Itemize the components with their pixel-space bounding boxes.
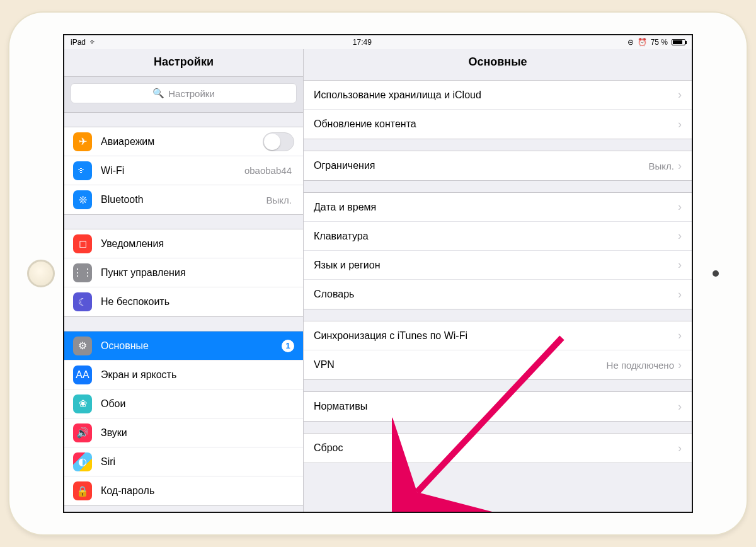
detail-row-label: Сброс bbox=[314, 442, 343, 454]
sidebar-item-bluetooth[interactable]: ❊BluetoothВыкл. bbox=[64, 185, 303, 214]
sidebar-item-value: Выкл. bbox=[266, 195, 292, 205]
sidebar-item-label: Не беспокоить bbox=[101, 296, 294, 308]
airplane-icon: ✈ bbox=[73, 132, 92, 151]
search-placeholder: Настройки bbox=[168, 88, 215, 99]
status-bar: iPad ᯤ 17:49 ⊝ ⏰ 75 % bbox=[64, 35, 692, 49]
battery-pct: 75 % bbox=[651, 38, 668, 47]
sidebar-item-siri[interactable]: ◐Siri bbox=[64, 447, 303, 476]
sidebar-item-label: Пункт управления bbox=[101, 267, 294, 279]
detail-row[interactable]: Использование хранилища и iCloud› bbox=[304, 81, 692, 110]
detail-row-label: Клавиатура bbox=[314, 231, 369, 242]
chevron-right-icon: › bbox=[678, 329, 682, 342]
detail-row-label: Язык и регион bbox=[314, 260, 381, 271]
detail-row-label: Ограничения bbox=[314, 160, 375, 171]
detail-row[interactable]: Сброс› bbox=[304, 434, 692, 463]
control-center-icon: ⋮⋮ bbox=[73, 263, 92, 282]
general-icon: ⚙ bbox=[73, 337, 92, 355]
sidebar-item-general[interactable]: ⚙Основные1 bbox=[64, 331, 303, 360]
sidebar-item-label: Экран и яркость bbox=[101, 369, 294, 381]
status-time: 17:49 bbox=[353, 38, 372, 47]
sidebar-item-notifications[interactable]: ◻Уведомления bbox=[64, 229, 303, 258]
detail-row-label: Обновление контента bbox=[314, 118, 416, 130]
home-button[interactable] bbox=[27, 260, 55, 287]
detail-row[interactable]: Словарь› bbox=[304, 280, 692, 309]
screen: iPad ᯤ 17:49 ⊝ ⏰ 75 % Настройки 🔍 Настро… bbox=[63, 34, 693, 513]
chevron-right-icon: › bbox=[678, 229, 682, 243]
search-icon: 🔍 bbox=[152, 88, 164, 99]
detail-row-label: Синхронизация с iTunes по Wi-Fi bbox=[314, 330, 467, 342]
detail-row[interactable]: Синхронизация с iTunes по Wi-Fi› bbox=[304, 321, 692, 350]
chevron-right-icon: › bbox=[678, 159, 682, 173]
sidebar-item-label: Уведомления bbox=[101, 238, 294, 250]
chevron-right-icon: › bbox=[678, 258, 682, 272]
detail-row[interactable]: VPNНе подключено› bbox=[304, 350, 692, 379]
chevron-right-icon: › bbox=[678, 288, 682, 301]
sidebar-item-wifi[interactable]: ᯤWi-Fiobaobab44 bbox=[64, 156, 303, 185]
wifi-status-icon: ᯤ bbox=[89, 38, 97, 47]
wifi-icon: ᯤ bbox=[73, 161, 92, 180]
sidebar-item-sounds[interactable]: 🔊Звуки bbox=[64, 418, 303, 447]
sidebar-item-control-center[interactable]: ⋮⋮Пункт управления bbox=[64, 258, 303, 287]
sidebar-item-label: Основные bbox=[101, 340, 282, 352]
display-icon: AA bbox=[73, 366, 92, 384]
chevron-right-icon: › bbox=[678, 200, 682, 214]
notifications-icon: ◻ bbox=[73, 234, 92, 253]
detail-row-value: Выкл. bbox=[649, 161, 674, 171]
sidebar-item-display[interactable]: AAЭкран и яркость bbox=[64, 360, 303, 389]
search-input[interactable]: 🔍 Настройки bbox=[71, 83, 297, 103]
sidebar-item-label: Звуки bbox=[101, 427, 294, 439]
settings-sidebar: Настройки 🔍 Настройки ✈АвиарежимᯤWi-Fiob… bbox=[64, 49, 304, 512]
detail-row-value: Не подключено bbox=[607, 360, 674, 371]
chevron-right-icon: › bbox=[678, 442, 682, 455]
sidebar-item-value: obaobab44 bbox=[244, 165, 292, 176]
siri-icon: ◐ bbox=[73, 452, 92, 471]
sidebar-item-wallpaper[interactable]: ❀Обои bbox=[64, 389, 303, 418]
detail-row[interactable]: Клавиатура› bbox=[304, 222, 692, 251]
ipad-frame: iPad ᯤ 17:49 ⊝ ⏰ 75 % Настройки 🔍 Настро… bbox=[9, 13, 747, 534]
sidebar-item-label: Wi-Fi bbox=[101, 165, 244, 176]
device-label: iPad bbox=[71, 38, 86, 47]
chevron-right-icon: › bbox=[678, 88, 682, 101]
detail-row[interactable]: Язык и регион› bbox=[304, 251, 692, 280]
sidebar-item-label: Bluetooth bbox=[101, 194, 266, 205]
dnd-icon: ☾ bbox=[73, 292, 92, 311]
sounds-icon: 🔊 bbox=[73, 423, 92, 442]
badge: 1 bbox=[282, 340, 294, 352]
alarm-icon: ⏰ bbox=[638, 38, 647, 47]
wallpaper-icon: ❀ bbox=[73, 394, 92, 413]
sidebar-item-airplane[interactable]: ✈Авиарежим bbox=[64, 127, 303, 156]
detail-row[interactable]: ОграниченияВыкл.› bbox=[304, 151, 692, 180]
detail-row-label: VPN bbox=[314, 359, 335, 371]
detail-row[interactable]: Обновление контента› bbox=[304, 110, 692, 139]
front-camera bbox=[713, 270, 719, 277]
sidebar-item-label: Авиарежим bbox=[101, 136, 263, 147]
orientation-lock-icon: ⊝ bbox=[627, 38, 634, 47]
sidebar-title: Настройки bbox=[64, 49, 303, 76]
sidebar-item-label: Обои bbox=[101, 398, 294, 410]
detail-panel: Основные Использование хранилища и iClou… bbox=[304, 49, 692, 512]
passcode-icon: 🔒 bbox=[73, 481, 92, 500]
chevron-right-icon: › bbox=[678, 400, 682, 413]
chevron-right-icon: › bbox=[678, 359, 682, 372]
sidebar-item-passcode[interactable]: 🔒Код-пароль bbox=[64, 476, 303, 505]
detail-row-label: Словарь bbox=[314, 289, 354, 300]
toggle-airplane[interactable] bbox=[263, 132, 294, 151]
detail-title: Основные bbox=[304, 49, 692, 76]
detail-row-label: Дата и время bbox=[314, 202, 376, 213]
detail-row-label: Нормативы bbox=[314, 401, 367, 412]
detail-row-label: Использование хранилища и iCloud bbox=[314, 89, 481, 101]
sidebar-item-label: Код-пароль bbox=[101, 485, 294, 497]
sidebar-item-label: Siri bbox=[101, 456, 294, 468]
battery-icon bbox=[672, 39, 685, 45]
detail-row[interactable]: Дата и время› bbox=[304, 193, 692, 222]
chevron-right-icon: › bbox=[678, 118, 682, 131]
bluetooth-icon: ❊ bbox=[73, 190, 92, 209]
detail-row[interactable]: Нормативы› bbox=[304, 392, 692, 421]
sidebar-item-dnd[interactable]: ☾Не беспокоить bbox=[64, 287, 303, 316]
